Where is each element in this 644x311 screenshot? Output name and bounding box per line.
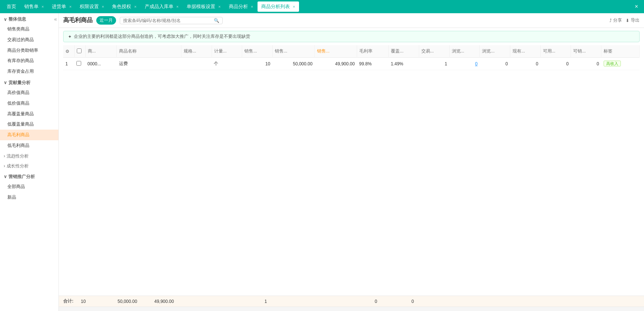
footer-stock-available: 0 [375,299,404,304]
nav-sales[interactable]: 销售单 × [21,1,47,12]
chevron-right-icon: › [4,163,5,169]
window-close-button[interactable]: × [632,3,641,10]
sidebar-item-traded-goods[interactable]: 交易过的商品 [0,35,58,45]
footer-sales-amount: 50,000.00 [118,299,147,304]
nav-product-in[interactable]: 产成品入库单 × [141,1,182,12]
sidebar-item-sales-goods[interactable]: 销售类商品 [0,24,58,35]
content-header: 高毛利商品 近一月 🔍 ⤴ 分享 ⬇ 导出 [59,13,644,28]
close-icon[interactable]: × [218,4,220,9]
close-icon[interactable]: × [134,4,136,9]
header-actions: ⤴ 分享 ⬇ 导出 [609,17,640,23]
nav-purchase[interactable]: 进货单 × [48,1,75,12]
close-icon[interactable]: × [251,4,253,9]
search-icon[interactable]: 🔍 [214,18,219,23]
export-icon: ⬇ [626,18,629,23]
close-icon[interactable]: × [42,4,44,9]
sidebar-group-contribution[interactable]: ∨ 贡献量分析 [0,77,58,87]
nav-product-analysis[interactable]: 商品分析 × [225,1,257,12]
sidebar-item-all-goods[interactable]: 全部商品 [0,181,58,192]
cell-views2: 0 [480,58,510,70]
sidebar-item-low-value[interactable]: 低价值商品 [0,98,58,109]
sidebar-item-high-value[interactable]: 高价值商品 [0,87,58,98]
cell-index: 1 [63,58,74,70]
select-all-checkbox[interactable] [77,48,82,53]
cell-stock-current: 0 [510,58,541,70]
sidebar-item-low-coverage[interactable]: 低覆盖量商品 [0,119,58,130]
nav-template[interactable]: 单据模板设置 × [183,1,224,12]
search-input[interactable] [123,18,212,23]
chevron-down-icon: ∨ [4,80,7,85]
cell-name: 运费 [117,58,181,70]
col-stock-sellable[interactable]: 可销... [571,45,601,58]
sidebar-item-low-margin[interactable]: 低毛利商品 [0,140,58,151]
close-icon[interactable]: × [293,4,295,9]
cell-coverage: 1.49% [389,58,419,70]
nav-home[interactable]: 首页 [3,1,20,12]
close-icon[interactable]: × [102,4,104,9]
nav-product-analysis-list[interactable]: 商品分析列表 × [258,1,299,12]
col-sales-cost[interactable]: 销售... [315,45,357,58]
sidebar-item-high-margin[interactable]: 高毛利商品 [0,130,58,140]
col-tag[interactable]: 标签 [601,45,640,58]
col-transactions[interactable]: 交易... [419,45,449,58]
col-stock-current[interactable]: 现有... [510,45,541,58]
page-title: 高毛利商品 [63,17,93,24]
footer-stock-sellable: 0 [411,299,441,304]
chevron-down-icon: ∨ [4,174,7,179]
sidebar-item-stock-capital[interactable]: 库存资金占用 [0,66,58,77]
col-spec[interactable]: 规格... [181,45,212,58]
sidebar-item-category-rate[interactable]: 商品分类助销率 [0,45,58,56]
share-button[interactable]: ⤴ 分享 [609,17,622,23]
col-sales-qty[interactable]: 销售... [242,45,273,58]
cell-gross-margin: 99.8% [357,58,389,70]
footer-transactions: 1 [265,299,294,304]
close-icon[interactable]: × [176,4,179,9]
col-stock-available[interactable]: 可用... [540,45,571,58]
sidebar-group-marketing[interactable]: ∨ 营销推广分析 [0,171,58,181]
nav-permission[interactable]: 权限设置 × [76,1,108,12]
info-icon: ✦ [68,34,72,39]
search-box: 🔍 [120,17,223,24]
col-gross-margin[interactable]: 毛利率 [357,45,389,58]
export-button[interactable]: ⬇ 导出 [626,17,640,23]
table-footer: 合计: 10 50,000.00 49,900.00 1 0 0 [59,296,644,307]
col-sales-amount[interactable]: 销售... [273,45,315,58]
cell-sales-qty: 10 [242,58,273,70]
share-icon: ⤴ [609,18,612,23]
row-checkbox[interactable] [76,61,81,66]
col-name[interactable]: 商品名称 [117,45,181,58]
cell-views1[interactable]: 0 [449,58,480,70]
nav-role[interactable]: 角色授权 × [108,1,140,12]
footer-label: 合计: [63,298,73,304]
footer-sales-qty: 10 [81,299,110,304]
cell-sales-cost: 49,900.00 [315,58,357,70]
col-code[interactable]: 商... [85,45,117,58]
cell-unit: 个 [212,58,242,70]
cell-stock-sellable: 0 [571,58,601,70]
sidebar-item-in-stock[interactable]: 有库存的商品 [0,55,58,66]
info-banner: ✦ 企业的主要的利润都是这部分商品创造的，可考虑加大推广，同时关注库存是不要出现… [63,31,640,42]
cell-transactions: 1 [419,58,449,70]
sidebar-group-flow[interactable]: › 流趋性分析 [0,151,58,161]
cell-sales-amount: 50,000.00 [273,58,315,70]
col-views1[interactable]: 浏览... [449,45,480,58]
col-coverage[interactable]: 覆盖... [389,45,419,58]
sidebar-collapse-button[interactable]: « [54,16,57,22]
close-icon[interactable]: × [69,4,71,9]
sidebar-group-overall[interactable]: ∨ 整体信息 [0,13,58,24]
sidebar-group-growth[interactable]: › 成长性分析 [0,161,58,171]
content-area: 高毛利商品 近一月 🔍 ⤴ 分享 ⬇ 导出 ✦ 企业的主要的利润都是这部分商品创… [59,13,644,311]
chevron-down-icon: ∨ [4,17,7,22]
horizontal-scrollbar[interactable] [59,307,644,311]
filter-last-month-button[interactable]: 近一月 [96,16,116,25]
col-settings[interactable]: ⚙ [63,45,74,58]
cell-checkbox[interactable] [74,58,85,70]
cell-spec [181,58,212,70]
col-checkbox[interactable] [74,45,85,58]
main-layout: « ∨ 整体信息 销售类商品 交易过的商品 商品分类助销率 有库存的商品 库存资… [0,13,644,311]
sidebar-item-new-goods[interactable]: 新品 [0,192,58,203]
col-unit[interactable]: 计量... [212,45,242,58]
col-views2[interactable]: 浏览... [480,45,510,58]
sidebar-item-high-coverage[interactable]: 高覆盖量商品 [0,109,58,119]
sidebar: « ∨ 整体信息 销售类商品 交易过的商品 商品分类助销率 有库存的商品 库存资… [0,13,59,311]
